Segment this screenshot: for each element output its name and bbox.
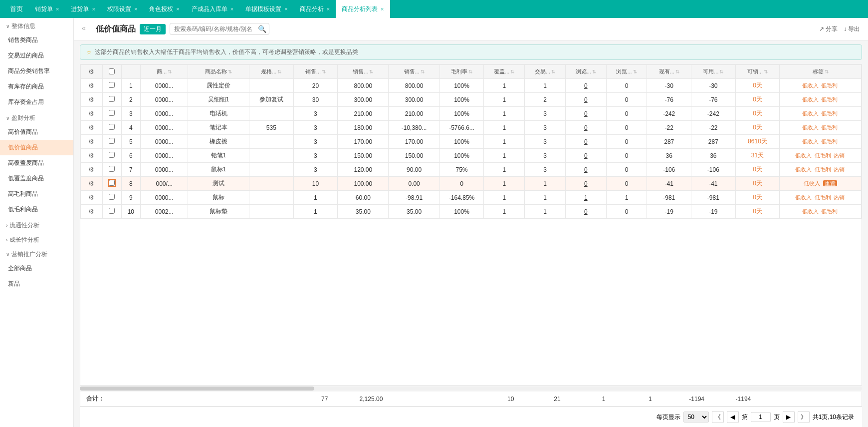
nav-close-icon[interactable]: × [134, 6, 137, 12]
sidebar-item-traded-products[interactable]: 交易过的商品 [0, 48, 73, 63]
browse1-cell[interactable]: 0 [565, 163, 606, 177]
horizontal-scrollbar[interactable] [80, 387, 862, 391]
nav-purchase-order[interactable]: 进货单 × [65, 0, 101, 18]
settings-cell[interactable]: ⚙ [81, 163, 103, 177]
row-settings-icon[interactable]: ⚙ [88, 124, 94, 131]
row-checkbox[interactable] [109, 96, 115, 102]
browse1-cell[interactable]: 0 [565, 93, 606, 107]
search-input[interactable] [170, 23, 269, 35]
settings-cell[interactable]: ⚙ [81, 121, 103, 135]
sidebar-item-high-coverage[interactable]: 高覆盖度商品 [0, 155, 73, 171]
checkbox-cell[interactable] [102, 163, 121, 177]
page-size-select[interactable]: 50 100 200 [683, 412, 709, 423]
settings-cell[interactable]: ⚙ [81, 149, 103, 163]
browse1-value[interactable]: 0 [584, 166, 588, 173]
browse1-cell[interactable]: 0 [565, 107, 606, 121]
browse1-value[interactable]: 0 [584, 124, 588, 131]
row-settings-icon[interactable]: ⚙ [88, 82, 94, 89]
nav-close-icon[interactable]: × [92, 6, 95, 12]
checkbox-cell[interactable] [102, 177, 121, 191]
saleable-column-header[interactable]: 可销...⇅ [735, 65, 780, 79]
browse1-value[interactable]: 0 [584, 110, 588, 117]
row-checkbox[interactable] [109, 138, 115, 144]
spec-column-header[interactable]: 规格...⇅ [249, 65, 294, 79]
row-checkbox[interactable] [109, 152, 115, 158]
row-checkbox[interactable] [109, 82, 115, 88]
sidebar-item-high-value[interactable]: 高价值商品 [0, 124, 73, 140]
tag-column-header[interactable]: 标签⇅ [780, 65, 862, 79]
first-page-button[interactable]: 《 [712, 411, 724, 423]
checkbox-cell[interactable] [102, 121, 121, 135]
row-settings-icon[interactable]: ⚙ [88, 208, 94, 215]
browse1-value[interactable]: 0 [584, 96, 588, 103]
checkbox-cell[interactable] [102, 93, 121, 107]
sidebar-item-stock-products[interactable]: 有库存的商品 [0, 79, 73, 94]
settings-cell[interactable]: ⚙ [81, 205, 103, 219]
browse1-cell[interactable]: 1 [565, 191, 606, 205]
prev-page-button[interactable]: ◀ [727, 411, 739, 423]
browse1-cell[interactable]: 0 [565, 121, 606, 135]
nav-permission[interactable]: 权限设置 × [101, 0, 143, 18]
sidebar-item-all-products[interactable]: 全部商品 [0, 261, 73, 276]
time-filter-button[interactable]: 近一月 [140, 24, 166, 34]
browse1-column-header[interactable]: 浏览...⇅ [565, 65, 606, 79]
scroll-thumb[interactable] [80, 387, 314, 391]
row-checkbox[interactable] [109, 208, 115, 214]
profit-column-header[interactable]: 毛利率⇅ [439, 65, 484, 79]
sidebar-item-low-profit[interactable]: 低毛利商品 [0, 202, 73, 217]
settings-column-header[interactable]: ⚙ [81, 65, 103, 79]
checkbox-cell[interactable] [102, 205, 121, 219]
sidebar-group-growth[interactable]: › 成长性分析 [0, 232, 73, 246]
settings-cell[interactable]: ⚙ [81, 135, 103, 149]
available-column-header[interactable]: 可用...⇅ [691, 65, 736, 79]
nav-close-icon[interactable]: × [56, 6, 59, 12]
nav-product-analysis-list[interactable]: 商品分析列表 × [336, 0, 390, 18]
settings-cell[interactable]: ⚙ [81, 93, 103, 107]
sidebar-item-category-sales-rate[interactable]: 商品分类销售率 [0, 63, 73, 79]
sidebar-item-sales-products[interactable]: 销售类商品 [0, 32, 73, 48]
name-column-header[interactable]: 商品名称⇅ [188, 65, 249, 79]
browse1-cell[interactable]: 0 [565, 205, 606, 219]
sidebar-item-low-coverage[interactable]: 低覆盖度商品 [0, 171, 73, 186]
checkbox-column-header[interactable] [102, 65, 121, 79]
checkbox-cell[interactable] [102, 149, 121, 163]
next-page-button[interactable]: ▶ [783, 411, 795, 423]
sidebar-item-new-products[interactable]: 新品 [0, 276, 73, 292]
page-input[interactable] [751, 412, 771, 422]
nav-product-analysis[interactable]: 商品分析 × [294, 0, 336, 18]
sales1-column-header[interactable]: 销售...⇅ [293, 65, 338, 79]
nav-template-settings[interactable]: 单据模板设置 × [239, 0, 293, 18]
checkbox-cell[interactable] [102, 107, 121, 121]
select-all-checkbox[interactable] [109, 68, 115, 74]
collapse-sidebar-icon[interactable]: « [82, 24, 92, 34]
checkbox-cell[interactable] [102, 79, 121, 93]
row-checkbox[interactable] [109, 194, 115, 200]
checkbox-cell[interactable] [102, 135, 121, 149]
browse1-value[interactable]: 0 [584, 208, 588, 215]
browse1-cell[interactable]: 0 [565, 149, 606, 163]
browse1-cell[interactable]: 0 [565, 177, 606, 191]
sales2-column-header[interactable]: 销售...⇅ [338, 65, 389, 79]
browse1-value[interactable]: 1 [584, 194, 588, 201]
row-settings-icon[interactable]: ⚙ [88, 138, 94, 145]
row-checkbox[interactable] [109, 110, 115, 116]
trade-column-header[interactable]: 交易...⇅ [525, 65, 566, 79]
search-icon[interactable]: 🔍 [258, 25, 266, 33]
browse1-value[interactable]: 0 [584, 180, 588, 187]
row-settings-icon[interactable]: ⚙ [88, 152, 94, 159]
sidebar-group-overall[interactable]: ∨ 整体信息 [0, 18, 73, 32]
nav-close-icon[interactable]: × [381, 6, 384, 12]
sidebar-item-inventory-capital[interactable]: 库存资金占用 [0, 94, 73, 110]
sidebar-group-circulation[interactable]: › 流通性分析 [0, 217, 73, 232]
nav-close-icon[interactable]: × [176, 6, 179, 12]
nav-sales-order[interactable]: 销货单 × [29, 0, 65, 18]
settings-cell[interactable]: ⚙ [81, 107, 103, 121]
last-page-button[interactable]: 》 [798, 411, 810, 423]
browse1-cell[interactable]: 0 [565, 79, 606, 93]
row-settings-icon[interactable]: ⚙ [88, 166, 94, 173]
nav-product-storage[interactable]: 产成品入库单 × [186, 0, 239, 18]
nav-role-auth[interactable]: 角色授权 × [143, 0, 185, 18]
nav-close-icon[interactable]: × [230, 6, 233, 12]
browse1-value[interactable]: 0 [584, 152, 588, 159]
settings-cell[interactable]: ⚙ [81, 191, 103, 205]
